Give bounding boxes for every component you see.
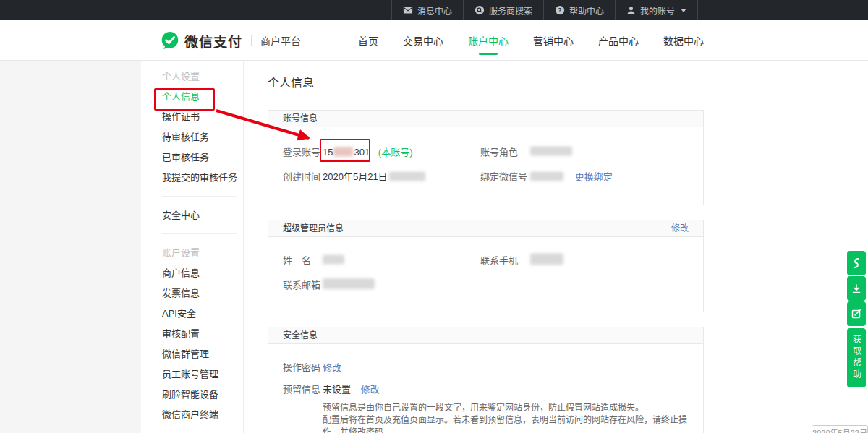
bound-wechat-value: 更换绑定	[530, 169, 613, 183]
nav-data-center[interactable]: 数据中心	[663, 33, 704, 48]
sidebar-section-personal-settings: 个人设置	[162, 67, 243, 87]
svg-text:?: ?	[558, 7, 561, 14]
security-info-card-title: 安全信息	[283, 327, 318, 344]
login-account-value: 15301 (本账号)	[323, 145, 412, 158]
security-info-card: 安全信息 操作密码 修改 预留信息 未设置 修改	[268, 327, 704, 433]
top-utility-bar: 消息中心 服务商搜索 ? 帮助中心 我的账号	[0, 0, 868, 20]
account-info-card-title: 账号信息	[283, 111, 318, 127]
contact-phone-label: 联系手机	[480, 253, 518, 267]
download-button[interactable]	[847, 276, 866, 301]
main-area: 个人信息 账号信息 登录账号 15301 (本账号) 账号角色	[244, 61, 868, 433]
search-icon	[475, 5, 485, 15]
description-line: 配置后将在首页及充值页面显示。若未看到预留信息，表明当前访问的网站存在风险，请终…	[323, 414, 703, 433]
portal-name: 商户平台	[260, 33, 301, 48]
sidebar-item-operation-cert[interactable]: 操作证书	[162, 107, 243, 127]
sidebar-item-invoice-info[interactable]: 发票信息	[162, 283, 243, 304]
main-nav: 首页 交易中心 账户中心 营销中心 产品中心 数据中心	[358, 20, 704, 61]
my-account-label: 我的账号	[640, 4, 675, 17]
field-row: 预留信息 未设置 修改	[268, 377, 703, 399]
sidebar-item-review-config[interactable]: 审核配置	[162, 324, 243, 344]
brand-name: 微信支付	[184, 31, 242, 51]
sidebar-item-face-device[interactable]: 刷脸智能设备	[162, 385, 243, 405]
redacted-contact-email	[323, 278, 375, 289]
sidebar-item-reviewed-tasks[interactable]: 已审核任务	[162, 147, 243, 168]
assistant-button[interactable]	[847, 251, 866, 275]
chevron-down-icon	[681, 9, 686, 12]
sidebar-item-staff-account[interactable]: 员工账号管理	[162, 364, 243, 385]
admin-name-label: 姓 名	[283, 253, 311, 267]
this-account-tag: (本账号)	[378, 147, 413, 158]
contact-email-value	[323, 278, 375, 290]
reserved-info-label: 预留信息	[283, 382, 320, 395]
reserved-info-value: 未设置 修改	[323, 382, 380, 395]
float-help-widget: 获取帮助	[847, 251, 866, 387]
bound-wechat-label: 绑定微信号	[480, 169, 527, 183]
wechat-pay-logo-icon	[161, 31, 179, 50]
admin-name-value	[323, 254, 344, 265]
sidebar-item-wechat-group[interactable]: 微信群管理	[162, 344, 243, 364]
sidebar-item-api-security[interactable]: API安全	[162, 304, 243, 324]
operation-password-label: 操作密码	[283, 360, 320, 374]
sidebar-divider	[162, 233, 237, 234]
help-center-label: 帮助中心	[569, 4, 604, 17]
date-tooltip: 2020年5月22日	[812, 425, 868, 433]
created-date-text: 2020年5月21日	[323, 171, 388, 182]
redacted-login-number	[333, 147, 353, 157]
sidebar-item-my-submitted-tasks[interactable]: 我提交的审核任务	[162, 168, 243, 188]
brand: 微信支付 商户平台	[161, 20, 301, 61]
redacted-account-role	[530, 147, 572, 156]
sidebar-item-merchant-info[interactable]: 商户信息	[162, 263, 243, 283]
account-info-card-body: 登录账号 15301 (本账号) 账号角色 创建时间 2020年5月21日	[268, 127, 703, 205]
help-center-item[interactable]: ? 帮助中心	[543, 0, 615, 20]
created-time-label: 创建时间	[283, 169, 320, 183]
redacted-wechat-id	[530, 172, 563, 181]
download-icon	[851, 283, 861, 294]
contact-email-label: 联系邮箱	[283, 278, 320, 291]
sidebar-item-personal-info[interactable]: 个人信息	[162, 87, 243, 107]
admin-info-card-body: 姓 名 联系手机 联系邮箱	[268, 237, 703, 312]
nav-home[interactable]: 首页	[358, 33, 378, 48]
description-line: 预留信息是由你自己设置的一段文字，用来鉴定网站身份，防止假冒网站造成损失。	[323, 402, 703, 414]
security-info-card-header: 安全信息	[268, 327, 703, 344]
feedback-button[interactable]	[847, 301, 866, 326]
admin-info-card-header: 超级管理员信息 修改	[268, 220, 703, 237]
redacted-contact-phone	[530, 254, 563, 265]
sidebar-item-merchant-terminal[interactable]: 微信商户终端	[162, 405, 243, 425]
login-number-prefix: 15	[323, 147, 333, 158]
admin-info-card: 超级管理员信息 修改 姓 名 联系手机 联系邮箱	[268, 220, 704, 312]
sidebar-divider	[162, 196, 237, 197]
help-icon: ?	[555, 5, 565, 15]
nav-trade-center[interactable]: 交易中心	[403, 33, 443, 48]
account-info-card: 账号信息 登录账号 15301 (本账号) 账号角色 创建时间	[268, 110, 704, 205]
redacted-admin-name	[323, 255, 344, 265]
sidebar-item-security-center[interactable]: 安全中心	[162, 205, 243, 226]
account-role-value	[530, 146, 572, 157]
site-header: 微信支付 商户平台 首页 交易中心 账户中心 营销中心 产品中心 数据中心	[0, 20, 868, 61]
account-role-label: 账号角色	[480, 145, 518, 158]
account-info-card-header: 账号信息	[268, 111, 703, 127]
service-search-item[interactable]: 服务商搜索	[463, 0, 543, 20]
brand-separator	[251, 35, 252, 46]
security-info-card-body: 操作密码 修改 预留信息 未设置 修改 预留信息是由你自己设置的一段文字，用来鉴…	[268, 344, 703, 433]
change-binding-link[interactable]: 更换绑定	[575, 171, 613, 182]
field-row: 操作密码 修改	[268, 356, 703, 377]
sidebar-item-pending-tasks[interactable]: 待审核任务	[162, 127, 243, 147]
left-gray-band	[0, 61, 141, 433]
admin-modify-link[interactable]: 修改	[671, 220, 689, 237]
login-account-label: 登录账号	[283, 145, 320, 158]
main-content: 个人信息 账号信息 登录账号 15301 (本账号) 账号角色	[268, 61, 704, 433]
password-modify-link[interactable]: 修改	[323, 360, 341, 374]
nav-account-center[interactable]: 账户中心	[468, 33, 509, 48]
contact-phone-value	[530, 254, 563, 266]
nav-product-center[interactable]: 产品中心	[598, 33, 639, 48]
sidebar-section-account-settings: 账户设置	[162, 243, 243, 263]
edit-icon	[851, 309, 861, 319]
service-search-label: 服务商搜索	[489, 4, 532, 17]
admin-info-card-title: 超级管理员信息	[283, 220, 344, 237]
nav-marketing-center[interactable]: 营销中心	[533, 33, 574, 48]
my-account-item[interactable]: 我的账号	[615, 0, 698, 20]
reserved-modify-link[interactable]: 修改	[361, 384, 380, 395]
get-help-button[interactable]: 获取帮助	[847, 328, 866, 387]
message-center-item[interactable]: 消息中心	[391, 0, 463, 20]
user-icon	[626, 6, 636, 15]
